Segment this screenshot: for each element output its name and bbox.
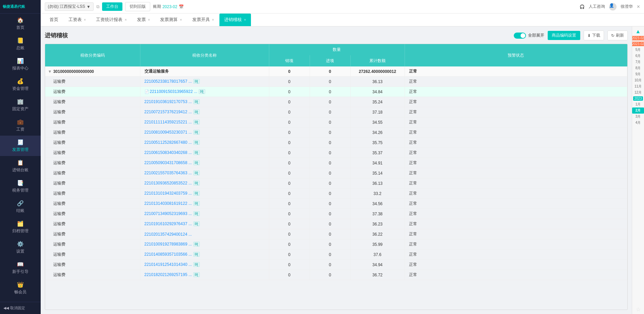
workspace-button[interactable]: 工作台 bbox=[102, 2, 122, 11]
sidebar: 畅捷通易代账 🏠 首页 📒 总账 📊 报表中心 💰 资金管理 🏢 固定资产 💼 … bbox=[0, 0, 41, 314]
timeline-month-oct[interactable]: 10月 bbox=[632, 77, 644, 83]
timeline-month-may[interactable]: 5月 bbox=[632, 47, 644, 53]
tab-salary[interactable]: 工资表 × bbox=[64, 14, 91, 26]
table-row-item-name: 运输费 bbox=[45, 270, 140, 280]
table-row-invoice: 2210100919278983869 ...吨 bbox=[140, 239, 269, 250]
tab-invoice-calc[interactable]: 发票测算 × bbox=[155, 14, 187, 26]
copy-icon[interactable]: ⧉ bbox=[96, 4, 99, 9]
table-row-cumulative: 34.26 bbox=[350, 127, 405, 138]
company-selector[interactable]: (勿动) 江西报宝-LSS ▼ bbox=[45, 2, 94, 11]
timeline-month-sep[interactable]: 9月 bbox=[632, 71, 644, 77]
timeline-year-2023-top: 2023.02 bbox=[632, 36, 644, 40]
switch-version-button[interactable]: 切到旧版 bbox=[125, 2, 150, 11]
timeline-month-mar[interactable]: 3月 bbox=[632, 114, 644, 120]
timeline-month-jul[interactable]: 7月 bbox=[632, 59, 644, 65]
timeline-month-apr[interactable]: 4月 bbox=[632, 120, 644, 126]
table-row-cumulative: 37.38 bbox=[350, 209, 405, 219]
tab-salary-stats-close[interactable]: × bbox=[124, 18, 126, 22]
tab-invoice-calc-close[interactable]: × bbox=[180, 18, 182, 22]
refresh-button[interactable]: ↻ 刷新 bbox=[607, 31, 628, 40]
table-row-purchase: 0 bbox=[310, 219, 350, 229]
table-row-purchase: 0 bbox=[310, 138, 350, 148]
timeline-month-dec[interactable]: 12月 bbox=[632, 90, 644, 96]
support-label[interactable]: 人工咨询 bbox=[589, 4, 605, 9]
user-name[interactable]: 徐澄华 bbox=[621, 4, 633, 9]
table-row-cumulative: 36.22 bbox=[350, 229, 405, 239]
timeline-up-arrow[interactable]: ▲ bbox=[636, 28, 641, 35]
table-row-sale: 0 bbox=[269, 77, 310, 87]
sidebar-item-salary[interactable]: 💼 工资 bbox=[0, 115, 41, 136]
tab-invoice-issue-close[interactable]: × bbox=[212, 18, 214, 22]
sidebar-item-sales[interactable]: 📋 进销台账 bbox=[0, 156, 41, 176]
table-row-item-name: 运输费 bbox=[45, 87, 140, 97]
timeline-month-nov[interactable]: 11月 bbox=[632, 83, 644, 90]
table-row-cumulative: 33.2 bbox=[350, 189, 405, 199]
table-row-cumulative: 35.24 bbox=[350, 97, 405, 107]
tab-invoice-close[interactable]: × bbox=[148, 18, 150, 22]
content-main: 进销稽核 全部展开 商品编码设置 ⬇ 下载 ↻ 刷新 bbox=[41, 26, 632, 314]
timeline-month-feb[interactable]: 2月 bbox=[632, 107, 644, 114]
sidebar-item-close[interactable]: 🔗 结账 bbox=[0, 197, 41, 217]
sidebar-item-finance[interactable]: 💰 资金管理 bbox=[0, 75, 41, 95]
page-title: 进销稽核 bbox=[45, 32, 68, 39]
table-row-item-name: 运输费 bbox=[45, 199, 140, 209]
tab-reconcile-close[interactable]: × bbox=[244, 18, 246, 22]
table-row-invoice: 📄2211009150313965922 ...吨 bbox=[140, 87, 269, 97]
company-name: (勿动) 江西报宝-LSS bbox=[48, 4, 85, 9]
settings-button[interactable]: 商品编码设置 bbox=[548, 31, 580, 40]
table-row-purchase: 0 bbox=[310, 97, 350, 107]
timeline-month-jan[interactable]: 1月 bbox=[632, 101, 644, 107]
table-row-status: 正常 bbox=[405, 107, 627, 117]
tab-reconcile[interactable]: 进销稽核 × bbox=[219, 14, 251, 26]
sidebar-item-archive[interactable]: 🗂️ 归档管理 bbox=[0, 217, 41, 237]
table-row-invoice: 2210130936520853522 ...吨 bbox=[140, 178, 269, 189]
tab-invoice-issue[interactable]: 发票开具 × bbox=[188, 14, 219, 26]
table-row-cumulative: 34.84 bbox=[350, 87, 405, 97]
sidebar-label-finance: 资金管理 bbox=[12, 86, 28, 92]
table-row-sale: 0 bbox=[269, 127, 310, 138]
timeline-month-aug[interactable]: 8月 bbox=[632, 65, 644, 71]
sidebar-item-settings[interactable]: ⚙️ 设置 bbox=[0, 237, 41, 258]
unpin-button[interactable]: ◀◀ 取消固定 bbox=[0, 302, 41, 314]
tab-home[interactable]: 首页 bbox=[45, 14, 63, 26]
sidebar-item-vip[interactable]: 👑 畅会员 bbox=[0, 278, 41, 298]
sidebar-label-reports: 报表中心 bbox=[12, 65, 28, 71]
table-row-cumulative: 37.18 bbox=[350, 107, 405, 117]
timeline-favorite-icon[interactable]: ☆ bbox=[636, 306, 641, 313]
sidebar-item-assets[interactable]: 🏢 固定资产 bbox=[0, 95, 41, 115]
col-header-sale: 销项 bbox=[269, 55, 310, 66]
tab-salary-stats[interactable]: 工资统计报表 × bbox=[91, 14, 131, 26]
table-row-invoice: 2210052338178017657 ...吨 bbox=[140, 77, 269, 87]
download-icon: ⬇ bbox=[587, 33, 591, 38]
timeline-month-jun[interactable]: 6月 bbox=[632, 53, 644, 59]
sales-icon: 📋 bbox=[17, 159, 24, 166]
table-row-purchase: 0 bbox=[310, 189, 350, 199]
page-header: 进销稽核 全部展开 商品编码设置 ⬇ 下载 ↻ 刷新 bbox=[45, 31, 628, 40]
table-row-purchase: 0 bbox=[310, 87, 350, 97]
sidebar-item-reports[interactable]: 📊 报表中心 bbox=[0, 54, 41, 75]
table-row-sale: 0 bbox=[269, 199, 310, 209]
table-row-group-code: ▼301000000000000000 bbox=[45, 66, 140, 77]
calendar-icon[interactable]: 📅 bbox=[179, 4, 184, 9]
sidebar-item-guide[interactable]: 📖 新手引导 bbox=[0, 258, 41, 278]
tab-invoice[interactable]: 发票 × bbox=[132, 14, 155, 26]
sidebar-item-invoice[interactable]: 🧾 发票管理 bbox=[0, 136, 41, 156]
table-row-purchase: 0 bbox=[310, 209, 350, 219]
download-button[interactable]: ⬇ 下载 bbox=[584, 31, 604, 40]
expand-toggle[interactable] bbox=[514, 33, 526, 39]
table-row-status: 正常 bbox=[405, 158, 627, 168]
table-row-sale: 0 bbox=[269, 158, 310, 168]
sidebar-item-home[interactable]: 🏠 首页 bbox=[0, 14, 41, 34]
tab-home-label: 首页 bbox=[50, 17, 58, 23]
window-close-button[interactable]: × bbox=[637, 4, 640, 10]
table-row-invoice: 2210140859357103566 ...吨 bbox=[140, 250, 269, 260]
expand-toggle-wrap: 全部展开 bbox=[514, 33, 544, 39]
sidebar-label-archive: 归档管理 bbox=[12, 228, 28, 234]
table-row-status: 正常 bbox=[405, 168, 627, 178]
col-header-purchase: 进项 bbox=[310, 55, 350, 66]
tab-salary-close[interactable]: × bbox=[84, 18, 86, 22]
sidebar-item-ledger[interactable]: 📒 总账 bbox=[0, 34, 41, 54]
sidebar-item-tax[interactable]: 📑 税务管理 bbox=[0, 176, 41, 197]
table-row-status: 正常 bbox=[405, 270, 627, 280]
table-row-cumulative: 35.37 bbox=[350, 148, 405, 158]
